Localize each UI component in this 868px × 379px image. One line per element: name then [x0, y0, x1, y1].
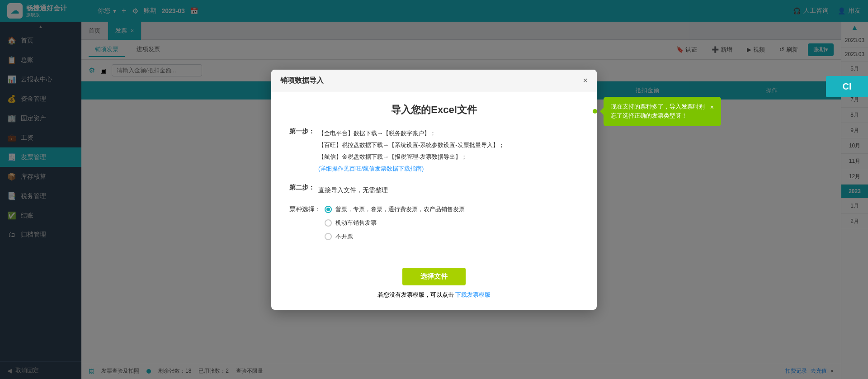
step1-label: 第一步：: [289, 128, 315, 171]
modal-header: 销项数据导入 ×: [271, 70, 597, 92]
modal-title: 销项数据导入: [280, 76, 324, 85]
radio-motor-label: 机动车销售发票: [335, 219, 377, 227]
step2-label: 第二步：: [289, 184, 315, 193]
radio-normal[interactable]: 普票，专票，卷票，通行费发票，农产品销售发票: [325, 205, 465, 213]
ticket-label: 票种选择：: [289, 205, 321, 213]
modal-close-button[interactable]: ×: [583, 76, 588, 85]
modal-dialog: × 现在支持的票种多了，导入发票时别忘了选择正确的发票类型呀！ 销项数据导入 ×…: [271, 70, 597, 310]
radio-normal-label: 普票，专票，卷票，通行费发票，农产品销售发票: [335, 205, 465, 213]
step1-line3: 【航信】金税盘数据下载→【报税管理-发票数据导出】；: [318, 151, 505, 163]
download-tip: 若您没有发票模版，可以点击 下载发票模版: [377, 291, 491, 299]
radio-no-ticket-label: 不开票: [335, 232, 353, 241]
download-tip-text: 若您没有发票模版，可以点击: [377, 291, 454, 298]
step1-link[interactable]: (详细操作见百旺/航信发票数据下载指南): [318, 165, 424, 172]
radio-normal-dot: [326, 208, 330, 211]
modal-footer: 选择文件 若您没有发票模版，可以点击 下载发票模版: [271, 261, 597, 310]
modal-main-title: 导入您的Excel文件: [289, 103, 579, 117]
radio-normal-circle: [325, 206, 332, 213]
tooltip-dot: [593, 109, 597, 114]
select-file-button[interactable]: 选择文件: [402, 268, 466, 285]
step1-line2: 【百旺】税控盘数据下载→【系统设置-系统参数设置-发票批量导入】；: [318, 139, 505, 151]
step1-section: 第一步： 【全电平台】数据下载→【税务数字账户】； 【百旺】税控盘数据下载→【系…: [289, 128, 579, 175]
modal-overlay[interactable]: × 现在支持的票种多了，导入发票时别忘了选择正确的发票类型呀！ 销项数据导入 ×…: [0, 0, 868, 379]
radio-no-ticket[interactable]: 不开票: [325, 232, 465, 241]
ci-badge: CI: [826, 76, 868, 97]
tooltip-close-button[interactable]: ×: [710, 102, 714, 112]
step2-section: 第二步： 直接导入文件，无需整理: [289, 184, 579, 196]
radio-motor-circle: [325, 219, 332, 227]
radio-no-ticket-circle: [325, 233, 332, 240]
modal-body: 导入您的Excel文件 第一步： 【全电平台】数据下载→【税务数字账户】； 【百…: [271, 92, 597, 261]
tooltip-bubble: × 现在支持的票种多了，导入发票时别忘了选择正确的发票类型呀！: [604, 97, 721, 127]
step2-content: 直接导入文件，无需整理: [318, 184, 388, 196]
radio-group: 普票，专票，卷票，通行费发票，农产品销售发票 机动车销售发票 不开票: [325, 205, 465, 241]
download-template-link[interactable]: 下载发票模版: [455, 291, 491, 298]
step1-line1: 【全电平台】数据下载→【税务数字账户】；: [318, 128, 505, 139]
radio-motor[interactable]: 机动车销售发票: [325, 219, 465, 227]
ticket-section: 票种选择： 普票，专票，卷票，通行费发票，农产品销售发票 机动车销售发票: [289, 205, 579, 241]
tooltip-text: 现在支持的票种多了，导入发票时别忘了选择正确的发票类型呀！: [611, 103, 705, 119]
